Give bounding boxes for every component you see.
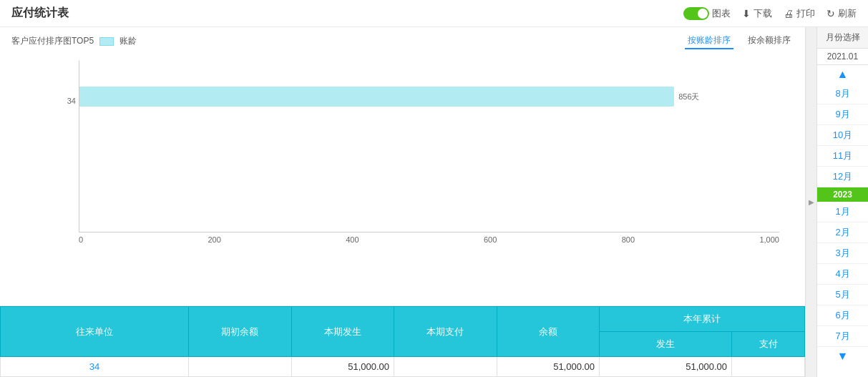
col-header-ytd: 本年累计	[600, 307, 805, 332]
sidebar-date-display: 2021.01	[817, 49, 868, 65]
x-label-400: 400	[346, 235, 359, 244]
sidebar-month-3[interactable]: 3月	[817, 243, 868, 264]
table-section: 往来单位 期初余额 本期发生 本期支付 余额 本年累计 发生 支付	[0, 305, 805, 377]
x-axis-line	[79, 232, 779, 232]
sidebar: 月份选择 2021.01 ▲ 8月 9月 10月 11月 12月 2023 1月…	[816, 27, 868, 377]
app-container: 应付统计表 图表 ⬇ 下载 🖨 打印 ↻	[0, 0, 868, 377]
chart-legend: 客户应付排序图TOP5 账龄	[11, 35, 137, 47]
cell-ytd-occurrence: 51,000.00	[600, 357, 732, 377]
col-header-payment: 本期支付	[394, 307, 497, 357]
sort-by-age-button[interactable]: 按账龄排序	[685, 33, 733, 49]
cell-occurrence: 51,000.00	[291, 357, 394, 377]
cell-ytd-payment	[732, 357, 805, 377]
collapse-bar[interactable]: ▶	[805, 27, 816, 377]
header: 应付统计表 图表 ⬇ 下载 🖨 打印 ↻	[0, 0, 868, 27]
data-table: 往来单位 期初余额 本期发生 本期支付 余额 本年累计 发生 支付	[0, 306, 805, 377]
bar-y-label: 34	[47, 97, 76, 105]
refresh-label: 刷新	[838, 7, 857, 20]
print-button[interactable]: 🖨 打印	[784, 7, 815, 20]
sidebar-month-5[interactable]: 5月	[817, 285, 868, 305]
x-label-600: 600	[484, 235, 497, 244]
print-icon: 🖨	[784, 8, 794, 19]
col-header-opening: 期初余额	[189, 307, 291, 357]
chart-toggle-action[interactable]: 图表	[683, 7, 731, 20]
sidebar-header: 月份选择	[817, 27, 868, 49]
cell-opening	[189, 357, 291, 377]
sidebar-month-9[interactable]: 9月	[817, 104, 868, 125]
x-label-800: 800	[622, 235, 635, 244]
chart-header: 客户应付排序图TOP5 账龄 按账龄排序 按余额排序	[0, 27, 805, 55]
collapse-arrow-icon: ▶	[809, 198, 814, 206]
legend-box	[99, 37, 114, 46]
sidebar-month-11[interactable]: 11月	[817, 146, 868, 167]
right-panel: ▶ 月份选择 2021.01 ▲ 8月 9月 10月 11月 12月 2023 …	[805, 27, 868, 377]
sidebar-month-6[interactable]: 6月	[817, 305, 868, 326]
print-label: 打印	[796, 7, 815, 20]
col-header-unit: 往来单位	[1, 307, 189, 357]
download-button[interactable]: ⬇ 下载	[742, 7, 772, 20]
sidebar-month-12[interactable]: 12月	[817, 167, 868, 187]
chart-canvas: 34 856天 0 200	[0, 55, 805, 305]
cell-unit[interactable]: 34	[1, 357, 189, 377]
main-content: 客户应付排序图TOP5 账龄 按账龄排序 按余额排序 34	[0, 27, 868, 377]
sidebar-nav-down[interactable]: ▼	[817, 347, 868, 366]
bar-end-label: 856天	[678, 92, 699, 102]
sidebar-nav-up[interactable]: ▲	[817, 65, 868, 84]
sidebar-year-2023: 2023	[817, 187, 868, 202]
download-label: 下载	[754, 7, 772, 20]
bar-row: 856天	[79, 87, 779, 107]
sidebar-month-7[interactable]: 7月	[817, 326, 868, 347]
chart-area: 客户应付排序图TOP5 账龄 按账龄排序 按余额排序 34	[0, 27, 805, 377]
x-axis-labels: 0 200 400 600 800 1,000	[79, 235, 779, 244]
sidebar-month-2[interactable]: 2月	[817, 222, 868, 243]
header-actions: 图表 ⬇ 下载 🖨 打印 ↻ 刷新	[683, 7, 857, 20]
sidebar-month-1[interactable]: 1月	[817, 202, 868, 222]
x-label-200: 200	[208, 235, 221, 244]
sidebar-month-10[interactable]: 10月	[817, 125, 868, 146]
col-header-ytd-payment: 支付	[732, 332, 805, 357]
sidebar-month-8[interactable]: 8月	[817, 84, 868, 104]
table-row: 34 51,000.00 51,000.00 51,000.00	[1, 357, 805, 377]
chart-toggle[interactable]	[683, 7, 709, 20]
download-icon: ⬇	[742, 8, 751, 19]
chart-label: 图表	[712, 7, 731, 20]
col-header-ytd-occurrence: 发生	[600, 332, 732, 357]
chart-sort: 按账龄排序 按余额排序	[685, 33, 794, 49]
x-label-1000: 1,000	[759, 235, 779, 244]
cell-balance: 51,000.00	[497, 357, 599, 377]
refresh-icon: ↻	[826, 8, 835, 19]
cell-payment	[394, 357, 497, 377]
x-label-0: 0	[79, 235, 83, 244]
bar-fill	[79, 87, 674, 107]
legend-title: 客户应付排序图TOP5	[11, 35, 94, 47]
col-header-balance: 余额	[497, 307, 599, 357]
sidebar-month-4[interactable]: 4月	[817, 264, 868, 285]
page-title: 应付统计表	[11, 6, 69, 21]
legend-box-label: 账龄	[120, 35, 137, 47]
col-header-occurrence: 本期发生	[291, 307, 394, 357]
y-axis-line	[79, 61, 79, 232]
sort-by-balance-button[interactable]: 按余额排序	[745, 33, 794, 49]
refresh-button[interactable]: ↻ 刷新	[826, 7, 857, 20]
